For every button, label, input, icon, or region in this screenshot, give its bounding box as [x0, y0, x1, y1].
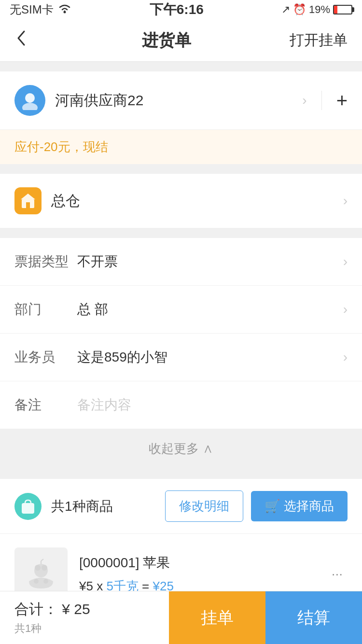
collapse-text: 收起更多 ∧ — [149, 440, 213, 457]
warehouse-section: 总仓 › — [0, 174, 362, 228]
vertical-divider — [321, 91, 322, 110]
svg-line-13 — [41, 559, 43, 561]
invoice-row[interactable]: 票据类型 不开票 › — [0, 238, 362, 285]
invoice-value: 不开票 — [77, 252, 343, 271]
status-time: 下午6:16 — [150, 0, 204, 19]
back-button[interactable] — [14, 28, 43, 53]
warehouse-name: 总仓 — [51, 191, 343, 211]
note-label: 备注 — [14, 396, 77, 414]
add-supplier-button[interactable]: + — [336, 90, 348, 112]
hang-order-button[interactable]: 挂单 — [169, 591, 265, 644]
supplier-section: 河南供应商22 › + 应付-20元，现结 — [0, 71, 362, 164]
invoice-label: 票据类型 — [14, 252, 77, 271]
product-name: [0000001] 苹果 — [79, 554, 327, 572]
warehouse-icon — [14, 187, 42, 214]
location-icon: ↗ — [281, 3, 290, 16]
salesperson-value: 这是859的小智 — [77, 348, 343, 366]
total-amount: ¥ 25 — [62, 601, 90, 617]
warehouse-chevron-icon: › — [343, 193, 348, 209]
svg-point-9 — [42, 565, 47, 571]
open-pending-button[interactable]: 打开挂单 — [290, 30, 348, 50]
section-gap-2 — [0, 164, 362, 174]
page-title: 进货单 — [142, 29, 191, 52]
total-amount-row: 合计： ¥ 25 — [14, 600, 154, 619]
checkout-button[interactable]: 结算 — [265, 591, 362, 644]
carrier-text: 无SIM卡 — [10, 2, 54, 17]
supplier-name: 河南供应商22 — [55, 91, 302, 111]
salesperson-row[interactable]: 业务员 这是859的小智 › — [0, 333, 362, 381]
alarm-icon: ⏰ — [293, 3, 306, 16]
supplier-avatar — [14, 85, 45, 116]
status-bar: 无SIM卡 下午6:16 ↗ ⏰ 19% — [0, 0, 362, 19]
edit-detail-button[interactable]: 修改明细 — [165, 490, 243, 522]
dept-row[interactable]: 部门 总 部 › — [0, 285, 362, 333]
product-bag-icon — [14, 493, 42, 520]
form-section: 票据类型 不开票 › 部门 总 部 › 业务员 这是859的小智 › 备注 备注… — [0, 238, 362, 429]
more-options-button[interactable]: ··· — [327, 561, 348, 587]
salesperson-label: 业务员 — [14, 348, 77, 366]
product-count: 共1种商品 — [51, 497, 165, 516]
notice-row: 应付-20元，现结 — [0, 130, 362, 164]
status-right: ↗ ⏰ 19% — [281, 3, 352, 16]
svg-point-2 — [22, 103, 38, 110]
notice-text: 应付-20元，现结 — [14, 140, 108, 154]
svg-point-8 — [35, 565, 41, 571]
supplier-row[interactable]: 河南供应商22 › + — [0, 71, 362, 130]
dept-chevron-icon: › — [343, 302, 348, 317]
wifi-icon — [57, 3, 72, 16]
note-row[interactable]: 备注 备注内容 — [0, 381, 362, 429]
cart-icon: 🛒 — [265, 499, 280, 514]
section-gap-1 — [0, 62, 362, 71]
svg-point-0 — [63, 11, 66, 14]
section-gap-3 — [0, 228, 362, 238]
dept-label: 部门 — [14, 300, 77, 319]
dept-value: 总 部 — [77, 300, 343, 319]
svg-point-1 — [25, 93, 35, 103]
product-info: [0000001] 苹果 ¥5 x 5千克 = ¥25 — [79, 554, 327, 595]
chevron-right-icon: › — [302, 93, 306, 108]
warehouse-row[interactable]: 总仓 › — [0, 174, 362, 228]
svg-rect-6 — [22, 503, 34, 514]
svg-rect-5 — [26, 202, 30, 208]
collapse-button[interactable]: 收起更多 ∧ — [0, 429, 362, 469]
battery-percent: 19% — [309, 3, 330, 16]
total-label: 合计： — [14, 601, 58, 617]
bottom-bar: 合计： ¥ 25 共1种 挂单 结算 — [0, 591, 362, 644]
invoice-chevron-icon: › — [343, 254, 348, 269]
note-placeholder: 备注内容 — [77, 396, 348, 414]
nav-bar: 进货单 打开挂单 — [0, 19, 362, 62]
svg-marker-4 — [21, 194, 35, 199]
product-code: [0000001] — [79, 555, 139, 570]
product-header: 共1种商品 修改明细 🛒 选择商品 — [0, 478, 362, 533]
select-product-button[interactable]: 🛒 选择商品 — [251, 491, 348, 521]
battery-icon — [333, 5, 352, 14]
total-sub-count: 共1种 — [14, 621, 154, 636]
section-gap-4 — [0, 469, 362, 478]
svg-point-11 — [43, 579, 48, 584]
total-section: 合计： ¥ 25 共1种 — [0, 591, 169, 644]
svg-point-10 — [34, 579, 39, 584]
salesperson-chevron-icon: › — [343, 350, 348, 365]
status-left: 无SIM卡 — [10, 2, 72, 17]
